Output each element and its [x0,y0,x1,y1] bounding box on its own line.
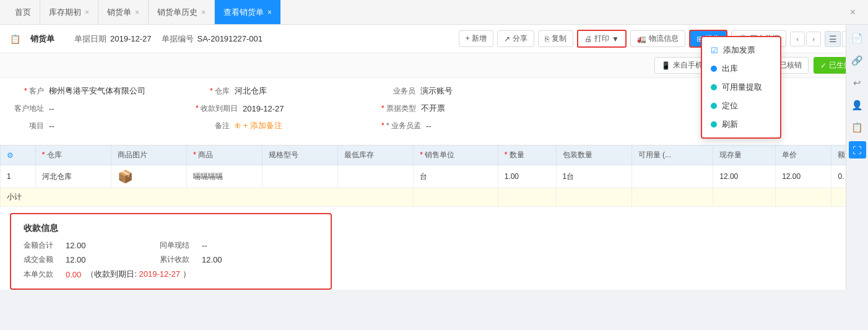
add-remark-btn[interactable]: ⊕ + 添加备注 [235,120,282,131]
logistics-button[interactable]: 🚛 物流信息 [630,30,685,47]
payment-date-value[interactable]: 2019-12-27 [243,104,284,113]
refresh-dot [711,121,717,128]
sidebar-icon-clipboard[interactable]: 📋 [849,119,866,136]
next-arrow[interactable]: › [806,32,821,46]
salesperson-value: 演示账号 [420,85,453,97]
project-value: -- [49,121,54,131]
prev-arrow[interactable]: ‹ [790,32,805,46]
customer-label: 客户 [10,86,44,97]
tab-inventory-label: 库存期初 [49,7,81,18]
row-unit-price: 12.00 [776,165,831,188]
sidebar-icon-link[interactable]: 🔗 [849,52,866,69]
tab-view-sales-label: 查看销货单 [224,7,264,18]
warehouse-value[interactable]: 河北仓库 [235,85,267,97]
tab-inventory-init[interactable]: 库存期初 × [40,0,98,24]
transaction-amount-row: 成交金额 12.00 [24,254,147,265]
ticket-type-value[interactable]: 不开票 [421,103,445,114]
check-icon: ☑ [711,46,718,55]
salesperson2-value: -- [426,121,432,131]
row-available [631,165,713,188]
customer-field: 客户 柳州粤港平安气体有限公司 [10,85,183,97]
payment-date-field: 收款到期日 2019-12-27 [196,103,369,114]
operation-dropdown: ☑ 添加发票 出库 可用量提取 定位 刷新 [701,36,781,139]
col-spec: 规格型号 [263,145,338,165]
doc-icon: 📋 [10,34,20,44]
customer-value[interactable]: 柳州粤港平安气体有限公司 [49,85,145,97]
sidebar-icon-doc[interactable]: 📄 [849,30,866,47]
subtotal-pack [556,188,631,207]
subtotal-row: 小计 [1,188,868,207]
doc-date-item: 单据日期 2019-12-27 [74,33,152,45]
phone-icon: 📱 [661,61,671,70]
product-table: ⚙ * 仓库 商品图片 * 商品 规格型号 最低库存 * 销售单位 [0,145,868,207]
sidebar-icon-user[interactable]: 👤 [849,97,866,114]
col-available: 可用量 (... [631,145,713,165]
row-sales-unit: 台 [414,165,498,188]
payment-info-box: 收款信息 金额合计 12.00 同单现结 -- 成交金额 12.00 累计收款 … [10,213,332,290]
same-order-label: 同单现结 [160,240,197,251]
available-qty-dot [711,84,717,90]
balance-date: 2019-12-27 [139,269,181,279]
tab-sales-history-close[interactable]: × [201,8,206,17]
transaction-amount-label: 成交金额 [24,254,61,265]
list-view-btn[interactable]: ☰ [825,31,841,47]
tab-home-label: 首页 [15,7,31,18]
tab-view-sales[interactable]: 查看销货单 × [215,0,280,24]
table-row: 1 河北仓库 📦 嗝嗝嗝嗝 台 1.00 1台 12.00 12.00 [1,165,868,188]
same-order-row: 同单现结 -- [160,240,284,251]
doc-date-label: 单据日期 [74,33,106,45]
project-field: 项目 -- [10,121,183,131]
warehouse-field: 仓库 河北仓库 [196,85,369,97]
tab-sales-history[interactable]: 销货单历史 × [149,0,215,24]
sidebar-icon-undo[interactable]: ↩ [849,74,866,92]
truck-icon: 🚛 [637,35,646,43]
payment-date-label: 收款到期日 [196,103,238,114]
doc-date-value: 2019-12-27 [110,34,152,43]
locate-item[interactable]: 定位 [702,97,780,115]
subtotal-available [631,188,713,207]
salesperson-field: 业务员 演示账号 [381,85,505,97]
outbound-item[interactable]: 出库 [702,59,780,78]
tab-inventory-close[interactable]: × [85,8,89,17]
remark-label: 备注 [196,121,230,131]
doc-number-label: 单据编号 [162,33,194,45]
tab-sales-order[interactable]: 销货单 × [98,0,149,24]
share-button[interactable]: ↗ 分享 [497,30,534,47]
tab-sales-order-close[interactable]: × [135,8,139,17]
warehouse-label: 仓库 [196,86,230,97]
col-image: 商品图片 [111,145,186,165]
doc-type-label: 销货单 [30,33,54,45]
payment-title: 收款信息 [24,223,318,234]
tab-view-sales-close[interactable]: × [267,8,272,17]
salesperson2-label: * 业务员孟 [381,121,421,131]
cumulative-receipt-value: 12.00 [202,255,222,264]
print-button[interactable]: 🖨 打印 ▼ [577,30,627,48]
new-button[interactable]: + 新增 [459,30,493,47]
col-product: * 商品 [186,145,262,165]
add-invoice-item[interactable]: ☑ 添加发票 [702,41,780,59]
col-sales-unit: * 销售单位 [414,145,498,165]
balance-row: 本单欠款 0.00 （收款到期日: 2019-12-27 ） [24,269,284,280]
row-product: 嗝嗝嗝嗝 [186,165,262,188]
col-settings[interactable]: ⚙ [1,145,36,165]
settings-icon: ⚙ [7,151,14,160]
row-min-stock [338,165,414,188]
total-amount-label: 金额合计 [24,240,61,251]
global-close-icon[interactable]: × [844,7,862,18]
effective-icon: ✓ [820,61,827,70]
row-spec [263,165,338,188]
sidebar-icon-expand[interactable]: ⛶ [849,141,866,158]
add-icon: ⊕ [235,121,243,130]
row-warehouse: 河北仓库 [35,165,111,188]
row-index: 1 [1,165,36,188]
available-qty-item[interactable]: 可用量提取 [702,78,780,97]
col-min-stock: 最低库存 [338,145,414,165]
row-quantity: 1.00 [498,165,556,188]
copy-button[interactable]: ⎘ 复制 [538,30,573,47]
nav-arrows: ‹ › [790,32,821,46]
refresh-item[interactable]: 刷新 [702,115,780,134]
ticket-type-label: 票据类型 [381,103,416,114]
doc-number-value: SA-20191227-001 [197,34,263,43]
outbound-dot [711,66,717,72]
tab-home[interactable]: 首页 [6,0,40,24]
